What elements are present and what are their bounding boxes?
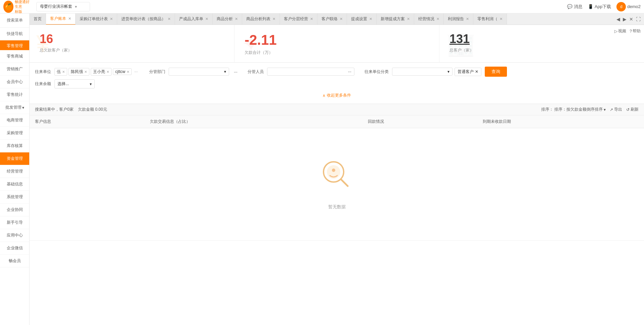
tab-next-icon[interactable]: ▶	[622, 16, 627, 23]
tab-product-analysis[interactable]: 商品分析 ✕	[213, 13, 242, 25]
close-tab-icon[interactable]: ✕	[407, 17, 410, 21]
tab-retail-profit[interactable]: 零售利润（ ✕	[473, 13, 507, 25]
tab-commission-settings[interactable]: 提成设置 ✕	[347, 13, 377, 25]
sidebar-item-inventory[interactable]: 库存核算	[0, 140, 29, 152]
export-button[interactable]: ↗ 导出	[610, 107, 622, 112]
tab-expand-icon[interactable]: ⛶	[635, 16, 641, 23]
sidebar-item-finance[interactable]: 资金管理	[0, 152, 29, 165]
logo-area: 🍊 畅捷通好生意 标版	[3, 0, 33, 14]
tab-inventory-stats[interactable]: 进货单统计表（按商品） ✕	[117, 13, 175, 25]
sort-select[interactable]: 排序： 排序：按欠款金额倒序排序 ▾	[541, 107, 606, 112]
sidebar-item-app-center[interactable]: 应用中心	[0, 229, 29, 242]
sidebar-item-enterprise-wechat[interactable]: 企业微信	[0, 242, 29, 255]
tab-product-analysis-list[interactable]: 商品分析列表 ✕	[242, 13, 280, 25]
close-tab-icon[interactable]: ✕	[466, 17, 469, 21]
sidebar-item-system[interactable]: 系统管理	[0, 191, 29, 204]
search-menu-button[interactable]: 搜索菜单	[0, 13, 29, 28]
table-container: 客户信息 欠款交易信息（占比） 回款情况 到期未收款日期	[30, 115, 644, 325]
close-tab-icon[interactable]: ✕	[436, 17, 439, 21]
video-help-area: ▷ 视频 ? 帮助	[614, 28, 641, 34]
tab-customer-segment[interactable]: 客户分层经营 ✕	[280, 13, 317, 25]
sidebar-item-enterprise-collab[interactable]: 企业协同	[0, 204, 29, 216]
tab-accounts[interactable]: 客户账本 ✕	[46, 13, 76, 25]
tag-close-icon[interactable]: ✕	[106, 70, 109, 74]
close-tab-icon[interactable]: ✕	[500, 17, 503, 21]
tab-profit-report[interactable]: 利润报告 ✕	[444, 13, 473, 25]
tab-product-stock[interactable]: 产成品入库单 ✕	[175, 13, 213, 25]
close-tab-icon[interactable]: ✕	[235, 17, 238, 21]
sidebar-item-ecommerce[interactable]: 电商管理	[0, 114, 29, 127]
chevron-down-icon: ···	[348, 69, 351, 74]
unit-tag-2[interactable]: 陈民强 ✕	[69, 68, 89, 76]
tag-close-icon[interactable]: ✕	[62, 70, 65, 74]
tag-close-icon[interactable]: ✕	[127, 70, 129, 74]
close-tab-icon[interactable]: ✕	[369, 17, 372, 21]
close-tab-icon[interactable]: ✕	[310, 17, 313, 21]
close-tab-icon[interactable]: ✕	[68, 16, 71, 21]
close-tab-icon[interactable]: ✕	[168, 17, 171, 21]
message-icon: 💬	[567, 4, 572, 9]
col-customer-info: 客户信息	[30, 115, 144, 128]
svg-point-3	[332, 169, 335, 172]
sidebar: 搜索菜单 快捷导航 零售管理 零售商城 营销推广 会员中心 零售统计 批发管理 …	[0, 13, 30, 325]
stats-bar: ¥ 16 总欠款客户（家） ✦ -2.11 欠款合计（万） 🏢 131 总客户（…	[30, 25, 644, 63]
unit-class-value-tag[interactable]: 普通客户 ✕	[455, 68, 481, 76]
video-link[interactable]: ▷ 视频	[614, 28, 626, 34]
result-actions: 排序： 排序：按欠款金额倒序排序 ▾ ↗ 导出 ↺ 刷新	[541, 107, 639, 112]
dept-expand-btn[interactable]: ···	[234, 69, 238, 74]
quick-nav-button[interactable]: 快捷导航	[0, 28, 29, 40]
dept-filter-select[interactable]: ▾	[169, 68, 229, 76]
unit-tag-3[interactable]: 王小亮 ✕	[91, 68, 112, 76]
messages-button[interactable]: 💬 消息	[567, 4, 583, 10]
sidebar-item-wholesale[interactable]: 批发管理 ▾	[0, 101, 29, 114]
download-icon: 📱	[588, 4, 593, 9]
tag-close-icon[interactable]: ✕	[84, 70, 87, 74]
unit-filter-tags: 伍 ✕ 陈民强 ✕ 王小亮 ✕ cjttcw ✕	[54, 68, 139, 76]
total-customers-label: 总欠款客户（家）	[40, 47, 224, 53]
collapse-area: ∧ 收起更多条件	[35, 91, 639, 100]
sidebar-item-member-center[interactable]: 会员中心	[0, 76, 29, 88]
refresh-icon: ↺	[626, 107, 630, 112]
tab-home[interactable]: 首页	[30, 13, 46, 25]
tab-business-status[interactable]: 经营情况 ✕	[414, 13, 444, 25]
unit-tag-1[interactable]: 伍 ✕	[54, 68, 67, 76]
close-tab-icon[interactable]: ✕	[272, 17, 275, 21]
sidebar-item-retail-mall[interactable]: 零售商城	[0, 50, 29, 63]
main-area: 搜索菜单 快捷导航 零售管理 零售商城 营销推广 会员中心 零售统计 批发管理 …	[0, 13, 644, 325]
sidebar-item-basic-info[interactable]: 基础信息	[0, 178, 29, 191]
retail-mgmt-label[interactable]: 零售管理	[0, 40, 29, 50]
close-tab-icon[interactable]: ✕	[110, 17, 113, 21]
unit-class-select[interactable]: ▾	[392, 68, 453, 76]
staff-filter-select[interactable]: ···	[267, 68, 354, 76]
sidebar-item-operations[interactable]: 经营管理	[0, 165, 29, 178]
user-menu[interactable]: d demo2	[616, 2, 641, 11]
help-link[interactable]: ? 帮助	[630, 28, 641, 34]
sidebar-item-new-guide[interactable]: 新手引导	[0, 216, 29, 229]
app-download-button[interactable]: 📱 App下载	[588, 4, 611, 10]
sidebar-item-purchase[interactable]: 采购管理	[0, 127, 29, 140]
sidebar-item-retail-stats[interactable]: 零售统计	[0, 88, 29, 101]
query-button[interactable]: 查询	[485, 67, 507, 77]
chevron-down-icon: ▾	[447, 69, 449, 74]
top-right: 💬 消息 📱 App下载 d demo2	[567, 2, 641, 11]
tab-purchase-orders[interactable]: 采购订单统计表 ✕	[76, 13, 117, 25]
tab-close-all-icon[interactable]: ✕	[629, 16, 634, 23]
remain-filter-select[interactable]: 选择... ▾	[54, 79, 95, 88]
close-tab-icon[interactable]: ✕	[205, 17, 208, 21]
more-tags-button[interactable]: ···	[133, 69, 139, 75]
export-icon: ↗	[610, 107, 613, 112]
tab-customer-contact[interactable]: 客户联络 ✕	[317, 13, 347, 25]
logo-icon: 🍊	[3, 1, 13, 13]
tab-prev-icon[interactable]: ◀	[616, 16, 621, 23]
sidebar-item-marketing[interactable]: 营销推广	[0, 63, 29, 76]
chevron-down-icon: ▾	[22, 105, 24, 110]
tab-new-commission[interactable]: 新增提成方案 ✕	[377, 13, 414, 25]
refresh-button[interactable]: ↺ 刷新	[626, 107, 639, 112]
app-wrapper: 🍊 畅捷通好生意 标版 母婴行业演示帐套 ▾ 💬 消息 📱 App下载 d de…	[0, 0, 644, 325]
sidebar-item-vip[interactable]: 畅会员	[0, 255, 29, 267]
collapse-button[interactable]: ∧ 收起更多条件	[321, 91, 352, 100]
unit-tag-4[interactable]: cjttcw ✕	[113, 68, 132, 75]
company-selector[interactable]: 母婴行业演示帐套 ▾	[36, 2, 90, 11]
close-tab-icon[interactable]: ✕	[340, 17, 343, 21]
tag-close-icon[interactable]: ✕	[475, 69, 478, 74]
